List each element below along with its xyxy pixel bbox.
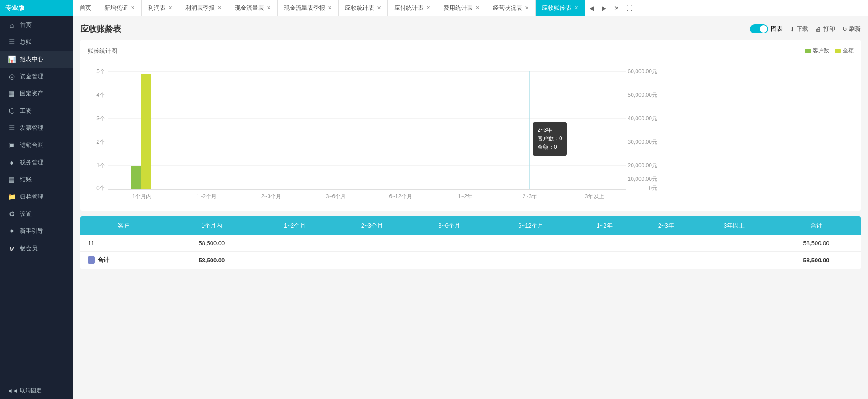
table-total-row: 合计 58,500.00 58,500.00: [80, 252, 861, 269]
tab-cashflow-close[interactable]: ✕: [267, 5, 271, 11]
cell-y23: [635, 235, 697, 252]
assets-icon: ▦: [7, 90, 16, 98]
svg-text:1个: 1个: [96, 162, 105, 169]
download-label: 下载: [797, 25, 808, 33]
legend-customers: 客户数: [805, 47, 829, 55]
tab-profit-quarterly-label: 利润表季报: [185, 4, 215, 12]
tab-cashflow-quarterly[interactable]: 现金流量表季报 ✕: [278, 0, 339, 16]
sidebar-item-salary[interactable]: ⬡ 工资: [0, 102, 73, 119]
ledger-icon: ☰: [7, 38, 16, 46]
page-title: 应收账龄表: [80, 24, 121, 34]
sidebar-item-archive-label: 归档管理: [20, 193, 43, 201]
svg-text:1~2年: 1~2年: [458, 193, 472, 200]
cell-m36: [410, 235, 488, 252]
col-y3plus: 3年以上: [697, 216, 772, 235]
tab-expense-stats-label: 费用统计表: [443, 4, 473, 12]
sidebar-collapse[interactable]: ◄◄ 取消固定: [0, 382, 73, 399]
svg-text:30,000.00元: 30,000.00元: [628, 139, 657, 145]
tab-cashflow-label: 现金流量表: [235, 4, 264, 12]
total-m612: [488, 252, 574, 269]
svg-text:1个月内: 1个月内: [132, 193, 152, 200]
cell-customer: 11: [80, 235, 167, 252]
tab-profit[interactable]: 利润表 ✕: [142, 0, 179, 16]
svg-text:2个: 2个: [96, 139, 105, 145]
cell-m612: [488, 235, 574, 252]
sidebar-item-assets[interactable]: ▦ 固定资产: [0, 85, 73, 102]
tab-ap-stats[interactable]: 应付统计表 ✕: [388, 0, 437, 16]
tab-home[interactable]: 首页: [73, 0, 98, 16]
sidebar-item-invoice[interactable]: ☰ 发票管理: [0, 119, 73, 137]
page-content: 应收账龄表 图表 ⬇ 下载 🖨 打印 ↻ 刷新: [73, 16, 868, 399]
sidebar-item-archive[interactable]: 📁 归档管理: [0, 188, 73, 205]
total-y23: [635, 252, 697, 269]
sidebar-item-reports-label: 报表中心: [20, 55, 43, 63]
tab-ar-stats-close[interactable]: ✕: [377, 5, 381, 11]
tab-profit-quarterly-close[interactable]: ✕: [217, 5, 222, 11]
tab-ap-stats-close[interactable]: ✕: [426, 5, 430, 11]
tab-profit-close[interactable]: ✕: [168, 5, 172, 11]
tab-expense-stats-close[interactable]: ✕: [476, 5, 480, 11]
col-y23: 2~3年: [635, 216, 697, 235]
bar-customers-1: [131, 166, 141, 189]
tab-next-btn[interactable]: ▶: [598, 0, 610, 16]
svg-text:3个: 3个: [96, 115, 105, 122]
sidebar-item-closing-label: 结账: [20, 176, 32, 184]
print-icon: 🖨: [816, 26, 821, 33]
tab-ar-aging-close[interactable]: ✕: [574, 5, 578, 11]
tab-prev-btn[interactable]: ◀: [585, 0, 598, 16]
tab-profit-quarterly[interactable]: 利润表季报 ✕: [179, 0, 228, 16]
tab-bar: 首页 新增凭证 ✕ 利润表 ✕ 利润表季报 ✕ 现金流量表 ✕ 现金流量表季报 …: [73, 0, 868, 16]
refresh-btn[interactable]: ↻ 刷新: [842, 25, 861, 33]
sidebar-item-ledger[interactable]: ☰ 总账: [0, 33, 73, 51]
sidebar-item-vip[interactable]: V 畅会员: [0, 240, 73, 257]
download-btn[interactable]: ⬇ 下载: [790, 25, 808, 33]
closing-icon: ▤: [7, 176, 16, 184]
legend-amount-color: [835, 49, 841, 53]
tab-voucher[interactable]: 新增凭证 ✕: [98, 0, 142, 16]
tab-expense-stats[interactable]: 费用统计表 ✕: [437, 0, 486, 16]
svg-text:0个: 0个: [96, 185, 105, 191]
toggle-knob[interactable]: [750, 24, 768, 33]
tab-close-all-btn[interactable]: ✕: [610, 0, 623, 16]
col-m12: 1~2个月: [256, 216, 334, 235]
svg-text:2~3个月: 2~3个月: [261, 193, 281, 200]
sidebar-item-purchase[interactable]: ▣ 进销台账: [0, 137, 73, 154]
sidebar-item-closing[interactable]: ▤ 结账: [0, 171, 73, 188]
total-m12: [256, 252, 334, 269]
legend-customers-label: 客户数: [813, 47, 829, 55]
print-btn[interactable]: 🖨 打印: [816, 25, 835, 33]
total-y3plus: [697, 252, 772, 269]
chart-toggle[interactable]: 图表: [750, 24, 783, 33]
tab-ar-aging-label: 应收账龄表: [542, 4, 571, 12]
tab-operation-label: 经营状况表: [493, 4, 522, 12]
tab-fullscreen-btn[interactable]: ⛶: [623, 0, 636, 16]
sidebar-item-guide[interactable]: ✦ 新手引导: [0, 223, 73, 240]
sidebar-item-home[interactable]: ⌂ 首页: [0, 16, 73, 33]
tab-operation[interactable]: 经营状况表 ✕: [486, 0, 536, 16]
col-m612: 6~12个月: [488, 216, 574, 235]
sidebar-item-settings[interactable]: ⚙ 设置: [0, 205, 73, 223]
tab-operation-close[interactable]: ✕: [525, 5, 529, 11]
tab-cashflow[interactable]: 现金流量表 ✕: [228, 0, 278, 16]
sidebar-item-reports[interactable]: 📊 报表中心: [0, 51, 73, 68]
chart-svg-wrapper: 5个 4个 3个 2个 1个 0个 60,000.00元 50,000.00元 …: [88, 59, 854, 204]
tab-cashflow-quarterly-close[interactable]: ✕: [328, 5, 332, 11]
legend-amount-label: 金额: [843, 47, 854, 55]
tab-voucher-label: 新增凭证: [104, 4, 128, 12]
tab-ar-stats[interactable]: 应收统计表 ✕: [339, 0, 388, 16]
sidebar-item-guide-label: 新手引导: [20, 227, 43, 235]
col-m1: 1个月内: [167, 216, 256, 235]
collapse-label: 取消固定: [20, 387, 42, 394]
col-m23: 2~3个月: [333, 216, 410, 235]
sidebar-item-funds[interactable]: ◎ 资金管理: [0, 68, 73, 85]
sidebar-item-tax[interactable]: ♦ 税务管理: [0, 154, 73, 171]
tab-voucher-close[interactable]: ✕: [131, 5, 135, 11]
table-header-row: 客户 1个月内 1~2个月 2~3个月 3~6个月 6~12个月 1~2年 2~…: [80, 216, 861, 235]
total-icon: [88, 256, 95, 264]
svg-text:3~6个月: 3~6个月: [326, 193, 346, 200]
app-logo: 专业版: [0, 0, 73, 16]
cell-m23: [333, 235, 410, 252]
salary-icon: ⬡: [7, 107, 16, 115]
tab-profit-label: 利润表: [148, 4, 165, 12]
tab-ar-aging[interactable]: 应收账龄表 ✕: [536, 0, 585, 16]
